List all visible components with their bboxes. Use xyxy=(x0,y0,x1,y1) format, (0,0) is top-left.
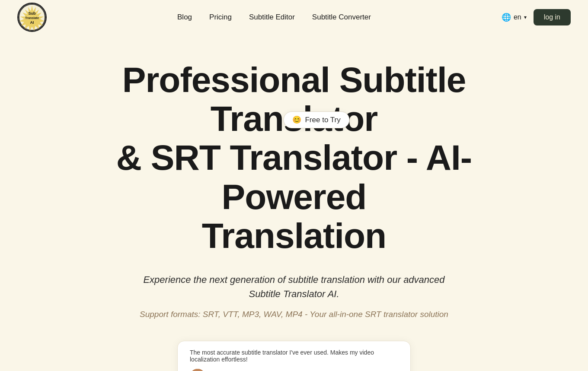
globe-icon: 🌐 xyxy=(502,13,511,22)
free-badge-emoji: 😊 xyxy=(292,115,301,124)
nav-link-subtitle-editor[interactable]: Subtitle Editor xyxy=(249,13,295,21)
logo-circle: Sub Translate AI xyxy=(17,3,47,32)
nav-links: Blog Pricing Subtitle Editor Subtitle Co… xyxy=(177,13,371,22)
language-selector[interactable]: 🌐 en ▾ xyxy=(502,13,527,22)
login-button[interactable]: log in xyxy=(534,9,571,25)
nav-link-pricing[interactable]: Pricing xyxy=(209,13,232,21)
nav-right: 🌐 en ▾ log in xyxy=(502,9,571,25)
nav-item-pricing[interactable]: Pricing xyxy=(209,13,232,22)
avatar xyxy=(190,369,205,371)
logo[interactable]: Sub Translate AI xyxy=(17,3,47,32)
review-text: The most accurate subtitle translator I'… xyxy=(190,349,398,363)
free-badge-text: Free to Try xyxy=(305,116,340,124)
language-label: en xyxy=(514,13,521,21)
hero-title-line3: Translation xyxy=(202,216,386,255)
hero-section: Professional Subtitle Translator & SRT T… xyxy=(0,35,588,371)
logo-svg: Sub Translate AI xyxy=(19,3,45,32)
nav-item-subtitle-editor[interactable]: Subtitle Editor xyxy=(249,13,295,22)
nav-link-subtitle-converter[interactable]: Subtitle Converter xyxy=(312,13,371,21)
svg-text:AI: AI xyxy=(30,20,34,25)
navbar: Sub Translate AI Blog Pricing Subtitle E… xyxy=(0,0,588,35)
hero-title: Professional Subtitle Translator & SRT T… xyxy=(56,60,532,255)
hero-formats: Support formats: SRT, VTT, MP3, WAV, MP4… xyxy=(140,310,448,319)
chevron-down-icon: ▾ xyxy=(524,14,527,20)
nav-item-subtitle-converter[interactable]: Subtitle Converter xyxy=(312,13,371,22)
review-card: The most accurate subtitle translator I'… xyxy=(177,341,411,371)
nav-link-blog[interactable]: Blog xyxy=(177,13,192,21)
svg-text:Translate: Translate xyxy=(25,16,39,20)
avatar-svg xyxy=(190,369,205,371)
review-footer: Lydia Anna 5.0 ★ ★ ★ ★ ★ xyxy=(190,369,398,371)
nav-item-blog[interactable]: Blog xyxy=(177,13,192,22)
free-to-try-badge: 😊 Free to Try xyxy=(283,111,349,128)
hero-title-line2: & SRT Translator - AI-Powered xyxy=(116,138,472,216)
reviewer-info: Lydia Anna xyxy=(190,369,244,371)
hero-subtitle: Experience the next generation of subtit… xyxy=(143,273,445,301)
svg-text:Sub: Sub xyxy=(28,11,36,16)
svg-point-5 xyxy=(190,369,205,371)
